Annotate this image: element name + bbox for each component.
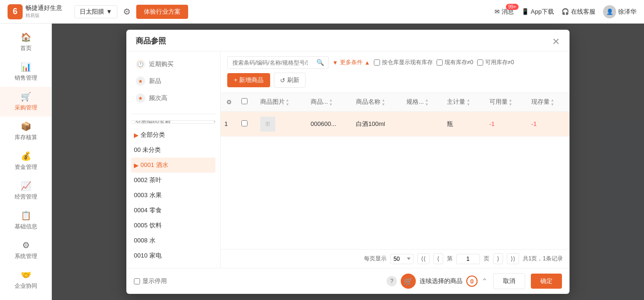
- per-page-select[interactable]: 50 100 200: [390, 254, 413, 264]
- category-0001-label: 0001 酒水: [140, 161, 168, 169]
- table-body: 1 图 000600... 白酒100ml 瓶: [221, 111, 570, 136]
- system-icon: ⚙: [22, 240, 30, 250]
- cart-count: 0: [466, 275, 478, 287]
- category-search-button[interactable]: 🔍: [210, 120, 215, 124]
- sidebar-item-sales[interactable]: 📊 销售管理: [0, 57, 51, 87]
- category-all[interactable]: ▶ 全部分类: [131, 127, 215, 142]
- product-search-button[interactable]: 🔍: [313, 57, 328, 68]
- cart-icon[interactable]: 🛒: [401, 274, 416, 289]
- row-check[interactable]: [238, 111, 256, 136]
- modal-overlay: 商品参照 ✕ 🕐 近期购买 ★: [52, 24, 644, 300]
- username: 徐泽华: [618, 8, 636, 16]
- collapse-cart-button[interactable]: ⌃: [481, 277, 487, 286]
- sidebar-item-purchase[interactable]: 🛒 采购管理: [0, 87, 51, 117]
- disabled-checkbox[interactable]: [134, 278, 140, 284]
- col-name: 商品名称▲▼: [352, 93, 403, 111]
- category-0001[interactable]: ▶ 0001 酒水: [131, 158, 215, 173]
- category-0002-label: 0002 茶叶: [134, 176, 162, 184]
- more-filter-button[interactable]: ▼ 更多条件 ▲: [332, 58, 370, 67]
- display-disabled-checkbox[interactable]: 显示停用: [134, 277, 167, 285]
- refresh-button[interactable]: ↺ 刷新: [274, 73, 305, 88]
- table-row[interactable]: 1 图 000600... 白酒100ml 瓶: [221, 111, 570, 136]
- prev-page-button[interactable]: ⟨: [433, 253, 443, 264]
- product-reference-modal: 商品参照 ✕ 🕐 近期购买 ★: [126, 30, 570, 294]
- col-img: 商品图片▲▼: [256, 93, 307, 111]
- help-icon[interactable]: ?: [387, 276, 397, 286]
- headset-icon: 🎧: [561, 8, 569, 15]
- category-0010[interactable]: 0010 家电: [131, 248, 215, 263]
- branch-name: 日太阳膜: [80, 8, 104, 16]
- category-0008[interactable]: 0008 水: [131, 233, 215, 248]
- category-0010-label: 0010 家电: [134, 251, 162, 260]
- add-product-button[interactable]: + 新增商品: [227, 73, 270, 87]
- col-check[interactable]: [238, 93, 256, 111]
- last-page-button[interactable]: ⟩⟩: [507, 253, 519, 264]
- category-0003[interactable]: 0003 水果: [131, 188, 215, 203]
- operations-icon: 📈: [21, 181, 31, 191]
- new-icon: ★: [136, 76, 145, 86]
- user-area[interactable]: 👤 徐泽华: [603, 5, 636, 18]
- display-disabled-label: 显示停用: [142, 277, 167, 285]
- category-tree: ▶ 全部分类 00 未分类 ▶ 0001 酒水 0002 茶: [126, 127, 220, 263]
- sidebar-item-operations[interactable]: 📈 经营管理: [0, 176, 51, 206]
- online-service-button[interactable]: 🎧 在线客服: [561, 8, 595, 16]
- tab-frequent[interactable]: ★ 频次高: [131, 90, 215, 106]
- category-00[interactable]: 00 未分类: [131, 142, 215, 158]
- tab-new-products[interactable]: ★ 新品: [131, 73, 215, 89]
- gear-icon[interactable]: ⚙: [123, 7, 131, 17]
- trial-button[interactable]: 体验行业方案: [136, 5, 188, 19]
- sidebar-item-guide[interactable]: 🔰 新手引导: [0, 295, 51, 300]
- sidebar-item-base-info[interactable]: 📋 基础信息: [0, 206, 51, 235]
- sidebar-label-home: 首页: [20, 44, 32, 52]
- phone-icon: 📱: [521, 8, 529, 15]
- row-checkbox[interactable]: [241, 120, 248, 126]
- filter-label: 更多条件: [340, 58, 363, 67]
- branch-selector[interactable]: 日太阳膜 ▼: [74, 5, 117, 18]
- checkbox-warehouse-stock[interactable]: 按仓库显示现有库存: [374, 58, 433, 67]
- sales-icon: 📊: [21, 62, 31, 72]
- refresh-label: 刷新: [287, 76, 299, 84]
- inventory-icon: 📦: [21, 121, 31, 132]
- category-0004[interactable]: 0004 零食: [131, 203, 215, 218]
- refresh-icon: ↺: [280, 77, 285, 84]
- tab-recent-purchase[interactable]: 🕐 近期购买: [131, 56, 215, 72]
- category-0002[interactable]: 0002 茶叶: [131, 173, 215, 188]
- logo-area: 6 畅捷通好生意 精易版: [8, 4, 69, 19]
- sidebar-item-home[interactable]: 🏠 首页: [0, 27, 51, 57]
- cancel-button[interactable]: 取消: [493, 273, 525, 289]
- checkbox-nonzero-stock[interactable]: 现有库存≠0: [437, 58, 473, 67]
- first-page-button[interactable]: ⟨⟨: [417, 253, 429, 264]
- app-download-button[interactable]: 📱 App下载: [521, 8, 554, 16]
- base-info-icon: 📋: [21, 210, 31, 221]
- col-stock: 现存量▲▼: [528, 93, 570, 111]
- category-search-input[interactable]: [132, 120, 210, 124]
- message-badge: 99+: [506, 4, 519, 10]
- frequent-icon: ★: [136, 93, 145, 103]
- next-page-button[interactable]: ⟩: [493, 253, 503, 264]
- all-arrow-icon: ▶: [134, 132, 139, 139]
- nonzero-stock-checkbox[interactable]: [437, 59, 443, 66]
- sidebar-item-finance[interactable]: 💰 资金管理: [0, 146, 51, 176]
- row-index: 1: [221, 111, 238, 136]
- app-sub: 精易版: [25, 12, 62, 19]
- category-0005[interactable]: 0005 饮料: [131, 218, 215, 233]
- page-number-input[interactable]: [456, 254, 480, 264]
- checkbox-available-stock[interactable]: 可用库存≠0: [477, 58, 514, 67]
- select-all-checkbox[interactable]: [241, 98, 248, 104]
- warehouse-stock-checkbox[interactable]: [374, 59, 380, 66]
- cart-text: 连续选择的商品: [420, 277, 462, 285]
- product-search-input[interactable]: [228, 57, 313, 68]
- confirm-button[interactable]: 确定: [531, 274, 562, 289]
- col-settings[interactable]: ⚙: [221, 93, 238, 111]
- available-stock-checkbox[interactable]: [477, 59, 483, 66]
- message-button[interactable]: ✉ 消息 99+: [495, 8, 514, 16]
- modal-close-button[interactable]: ✕: [552, 37, 560, 46]
- page-unit: 页: [484, 255, 489, 263]
- sidebar-item-enterprise[interactable]: 🤝 企业协同: [0, 265, 51, 295]
- sidebar-item-system[interactable]: ⚙ 系统管理: [0, 235, 51, 265]
- sidebar-item-inventory[interactable]: 📦 库存核算: [0, 117, 51, 146]
- recent-icon: 🕐: [136, 59, 145, 69]
- message-icon: ✉: [495, 8, 500, 15]
- total-info: 共1页，1条记录: [523, 255, 563, 263]
- row-spec: [403, 111, 443, 136]
